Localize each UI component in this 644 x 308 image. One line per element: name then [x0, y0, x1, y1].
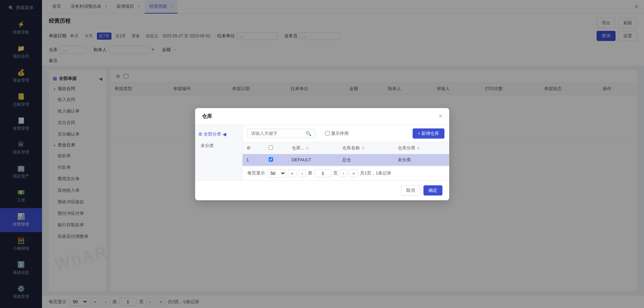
modal-next-page-btn[interactable]: ›	[340, 169, 347, 177]
modal-gear-icon[interactable]: ⚙	[247, 145, 251, 150]
sort-code-icon[interactable]: ⇅	[306, 146, 309, 150]
modal-left-all-category[interactable]: ⊞ 全部分类 ◀	[195, 128, 242, 140]
modal-right-panel: 🔍 显示停用 + 新增仓库	[243, 125, 449, 180]
modal-cancel-button[interactable]: 取消	[401, 185, 420, 196]
modal-row-code: DEFAULT	[288, 154, 338, 166]
modal-row-name: 总仓	[338, 154, 394, 166]
grid-icon-modal: ⊞	[199, 131, 202, 137]
modal-left-unclassified[interactable]: 未分类	[195, 140, 242, 151]
modal-body: ⊞ 全部分类 ◀ 未分类 🔍 显示停用	[195, 125, 449, 180]
modal-total-label: 共1页，1条记录	[360, 170, 391, 176]
modal-table-row[interactable]: 1 DEFAULT 总仓 未分类	[243, 154, 449, 166]
modal-toolbar: 🔍 显示停用 + 新增仓库	[243, 125, 449, 142]
modal-col-name: 仓库名称 ⇅	[338, 142, 394, 154]
warehouse-modal: 仓库 × ⊞ 全部分类 ◀ 未分类	[195, 108, 449, 200]
modal-search-input[interactable]	[247, 129, 315, 138]
show-disabled-label: 显示停用	[331, 130, 349, 137]
modal-col-code: 仓库... ⇅	[288, 142, 338, 154]
modal-actions: 取消 确定	[195, 180, 449, 200]
add-warehouse-button[interactable]: + 新增仓库	[413, 128, 444, 139]
modal-select-all-checkbox[interactable]	[269, 145, 273, 150]
modal-header: 仓库 ×	[195, 108, 449, 125]
modal-page-unit: 页	[333, 170, 338, 176]
modal-col-category: 仓库分类 ⇅	[394, 142, 449, 154]
modal-row-checkbox	[265, 154, 288, 166]
modal-page-word: 第	[308, 170, 312, 176]
show-disabled-checkbox[interactable]	[325, 131, 330, 136]
modal-overlay[interactable]: 仓库 × ⊞ 全部分类 ◀ 未分类	[0, 0, 644, 308]
sort-category-icon[interactable]: ⇅	[417, 146, 420, 150]
modal-last-page-btn[interactable]: »	[349, 169, 358, 177]
show-disabled-checkbox-label[interactable]: 显示停用	[325, 130, 349, 137]
modal-row-select-checkbox[interactable]	[269, 157, 273, 162]
modal-table-area: ⚙ 仓库... ⇅ 仓库名称	[243, 142, 449, 166]
modal-unclassified-label: 未分类	[201, 143, 214, 148]
modal-per-page-label: 每页显示	[247, 170, 265, 176]
modal-close-button[interactable]: ×	[439, 113, 442, 120]
modal-search-button[interactable]: 🔍	[306, 131, 311, 136]
modal-pagination: 每页显示 50 100 « ‹ 第 页 › » 共1页，1条记录	[243, 166, 449, 180]
modal-collapse-icon[interactable]: ◀	[223, 131, 226, 137]
modal-left-panel: ⊞ 全部分类 ◀ 未分类	[195, 125, 243, 180]
modal-col-select	[265, 142, 288, 154]
modal-row-settings: 1	[243, 154, 265, 166]
modal-row-category: 未分类	[394, 154, 449, 166]
modal-title: 仓库	[202, 113, 212, 120]
modal-page-input[interactable]	[314, 169, 331, 177]
modal-confirm-button[interactable]: 确定	[423, 185, 442, 196]
modal-per-page-select[interactable]: 50 100	[267, 169, 286, 178]
sort-name-icon[interactable]: ⇅	[362, 146, 365, 150]
modal-col-settings: ⚙	[243, 142, 265, 154]
modal-table: ⚙ 仓库... ⇅ 仓库名称	[243, 142, 449, 166]
modal-all-label: 全部分类	[204, 131, 221, 137]
modal-prev-page-btn[interactable]: ‹	[298, 169, 306, 177]
modal-first-page-btn[interactable]: «	[288, 169, 296, 177]
